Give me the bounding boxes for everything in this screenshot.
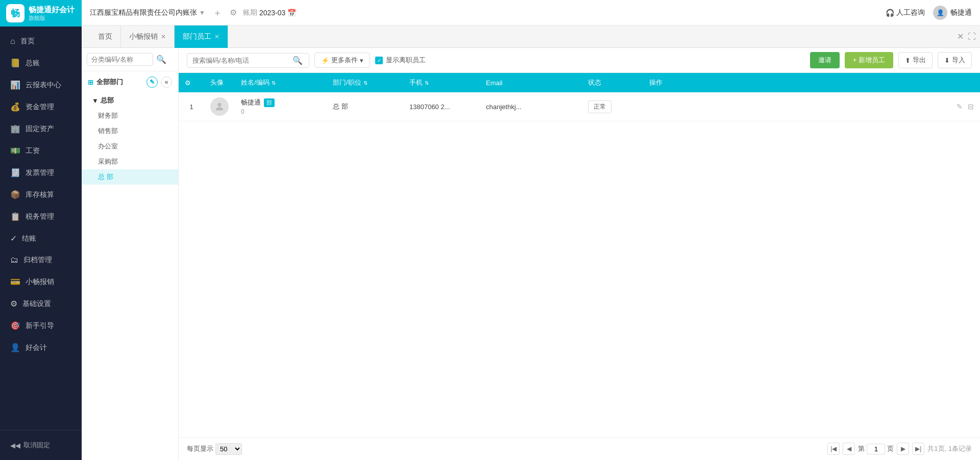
headset-icon: 🎧 — [886, 9, 894, 17]
user-menu[interactable]: 👤 畅捷通 — [933, 6, 972, 20]
filter-icon: ⚡ — [321, 57, 329, 64]
next-page-button[interactable]: ▶ — [897, 443, 909, 455]
table-header: ⚙ 头像 姓名/编码 ⇅ — [179, 73, 980, 92]
row-email: chanjethkj... — [480, 92, 582, 121]
sidebar-item-payroll[interactable]: 💵 工资 — [0, 140, 82, 162]
tab-expense[interactable]: 小畅报销 ✕ — [121, 25, 175, 48]
dept-node-sales[interactable]: 销售部 — [82, 123, 178, 139]
dept-search-icon[interactable]: 🔍 — [156, 55, 166, 64]
page-input-area: 第 页 — [858, 444, 894, 454]
sidebar-item-tax[interactable]: 📋 税务管理 — [0, 206, 82, 227]
more-filter-button[interactable]: ⚡ 更多条件 ▾ — [314, 53, 370, 68]
employee-search-input[interactable] — [192, 57, 289, 64]
row-phone: 13807060 2... — [403, 92, 480, 121]
last-page-button[interactable]: ▶| — [912, 443, 924, 455]
tab-home[interactable]: 首页 — [90, 25, 121, 48]
tab-close-all-icon[interactable]: ✕ — [957, 32, 964, 41]
inventory-icon: 📦 — [10, 190, 20, 199]
employee-panel: 🔍 ⚡ 更多条件 ▾ ✓ 显示离职员工 邀请 + 新增员工 ⬆ 导出 — [179, 48, 980, 460]
dept-hq-label: 总部 — [101, 96, 114, 105]
all-dept-label-area: ⊞ 全部部门 — [88, 78, 123, 87]
sidebar-item-reports[interactable]: 📊 云报表中心 — [0, 74, 82, 96]
th-email: Email — [480, 73, 582, 92]
th-phone: 手机 ⇅ — [403, 73, 480, 92]
period-label: 账期 — [243, 8, 257, 17]
th-avatar-label: 头像 — [210, 79, 224, 86]
dept-node-purchase[interactable]: 采购部 — [82, 154, 178, 169]
import-button[interactable]: ⬇ 导入 — [938, 52, 972, 68]
cancel-pin-button[interactable]: ◀◀ 取消固定 — [0, 436, 82, 455]
col-settings-icon[interactable]: ⚙ — [185, 79, 191, 87]
company-selector[interactable]: 江西服宝精品有限责任公司内账张 ▼ — [90, 8, 205, 17]
sidebar-item-home[interactable]: ⌂ 首页 — [0, 31, 82, 52]
prev-page-button[interactable]: ◀ — [843, 443, 855, 455]
table-body: 1 — [179, 92, 980, 121]
sidebar-item-account[interactable]: 👤 好会计 — [0, 337, 82, 359]
employee-search-icon[interactable]: 🔍 — [292, 56, 303, 65]
settings-gear-button[interactable]: ⚙ — [230, 8, 237, 17]
sidebar-item-label: 固定资产 — [26, 124, 54, 134]
sidebar-item-guide[interactable]: 🎯 新手引导 — [0, 315, 82, 337]
add-employee-button[interactable]: + 新增员工 — [845, 52, 893, 68]
dept-search-input[interactable] — [87, 53, 153, 66]
page-number-input[interactable] — [867, 444, 885, 454]
dept-node-hq[interactable]: ▼ 总部 — [82, 93, 178, 108]
show-inactive-checkbox-area: ✓ 显示离职员工 — [375, 56, 426, 65]
edit-employee-button[interactable]: ✎ — [957, 103, 963, 111]
tab-expense-close-icon[interactable]: ✕ — [161, 33, 166, 40]
employee-email: chanjethkj... — [486, 103, 521, 111]
sidebar-item-inventory[interactable]: 📦 库存核算 — [0, 184, 82, 206]
more-employee-button[interactable]: ⊟ — [968, 103, 974, 111]
dept-collapse-button[interactable]: « — [161, 76, 172, 88]
sidebar-item-funds[interactable]: 💰 资金管理 — [0, 96, 82, 118]
th-status: 状态 — [582, 73, 643, 92]
th-action-label: 操作 — [649, 79, 663, 86]
dept-edit-button[interactable]: ✎ — [146, 76, 158, 88]
dept-search-area: 🔍 — [82, 48, 178, 71]
show-inactive-checkbox[interactable]: ✓ — [375, 57, 383, 64]
th-name-label: 姓名/编码 — [241, 78, 270, 87]
page-size-select[interactable]: 50 100 200 — [215, 443, 242, 455]
dept-node-general[interactable]: 总 部 — [82, 169, 178, 185]
tab-fullscreen-icon[interactable]: ⛶ — [968, 32, 976, 41]
import-label: 导入 — [952, 56, 965, 65]
topbar-right: 🎧 人工咨询 👤 畅捷通 — [886, 6, 972, 20]
period-value: 2023-03 — [259, 9, 285, 17]
row-actions: ✎ ⊟ — [643, 92, 980, 121]
first-page-button[interactable]: |◀ — [827, 443, 840, 455]
add-company-button[interactable]: ＋ — [211, 7, 224, 19]
th-name-sort[interactable]: 姓名/编码 ⇅ — [241, 78, 321, 87]
sidebar-item-settings[interactable]: ⚙ 基础设置 — [0, 293, 82, 315]
sidebar-item-expense[interactable]: 💳 小畅报销 — [0, 271, 82, 293]
th-status-label: 状态 — [588, 79, 601, 86]
dept-node-office[interactable]: 办公室 — [82, 139, 178, 154]
main-area: 江西服宝精品有限责任公司内账张 ▼ ＋ ⚙ 账期 2023-03 📅 🎧 人工咨… — [82, 0, 980, 460]
sidebar-item-archive[interactable]: 🗂 归档管理 — [0, 249, 82, 271]
th-phone-sort[interactable]: 手机 ⇅ — [409, 78, 474, 87]
sidebar-item-invoice[interactable]: 🧾 发票管理 — [0, 162, 82, 184]
invoice-icon: 🧾 — [10, 168, 20, 177]
calendar-icon[interactable]: 📅 — [287, 9, 296, 17]
avatar: 👤 — [933, 6, 947, 20]
sidebar-item-assets[interactable]: 🏢 固定资产 — [0, 118, 82, 140]
service-label: 人工咨询 — [896, 8, 925, 17]
tab-employee-close-icon[interactable]: ✕ — [214, 33, 219, 40]
dept-office-label: 办公室 — [98, 142, 118, 150]
employee-table-element: ⚙ 头像 姓名/编码 ⇅ — [179, 73, 980, 121]
invite-button[interactable]: 邀请 — [810, 52, 840, 68]
sidebar-item-label: 发票管理 — [26, 168, 54, 177]
sidebar-item-close[interactable]: ✓ 结账 — [0, 227, 82, 249]
dept-badge: 部 — [264, 98, 275, 107]
employee-name: 畅捷通 — [241, 98, 261, 107]
export-button[interactable]: ⬆ 导出 — [898, 52, 933, 68]
th-dept-sort[interactable]: 部门/职位 ⇅ — [333, 78, 397, 87]
th-settings: ⚙ — [179, 73, 204, 92]
app-name: 畅捷通好会计 — [29, 5, 75, 14]
row-name-cell: 畅捷通 部 0 — [235, 92, 327, 121]
sidebar-item-label: 基础设置 — [22, 299, 51, 309]
dept-node-finance[interactable]: 财务部 — [82, 108, 178, 123]
sidebar-item-ledger[interactable]: 📒 总账 — [0, 52, 82, 74]
service-button[interactable]: 🎧 人工咨询 — [886, 8, 925, 17]
tab-employee[interactable]: 部门员工 ✕ — [175, 25, 228, 48]
dept-grid-icon: ⊞ — [88, 79, 93, 86]
